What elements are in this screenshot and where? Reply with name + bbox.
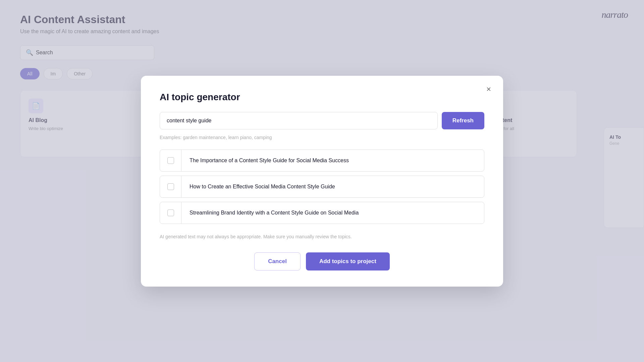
topic-checkbox-3[interactable] bbox=[167, 209, 174, 216]
topic-search-input[interactable] bbox=[160, 112, 438, 129]
topic-text-2: How to Create an Effective Social Media … bbox=[181, 177, 484, 196]
input-row: Refresh bbox=[160, 112, 484, 129]
disclaimer-text: AI generated text may not always be appr… bbox=[160, 233, 484, 240]
examples-text: Examples: garden maintenance, learn pian… bbox=[160, 135, 484, 140]
topic-list: The Importance of a Content Style Guide … bbox=[160, 149, 484, 224]
topic-item: The Importance of a Content Style Guide … bbox=[160, 149, 484, 172]
ai-topic-generator-modal: × AI topic generator Refresh Examples: g… bbox=[141, 76, 503, 287]
cancel-button[interactable]: Cancel bbox=[254, 252, 301, 270]
modal-actions: Cancel Add topics to project bbox=[160, 252, 484, 270]
topic-checkbox-area-2 bbox=[160, 176, 181, 197]
topic-checkbox-2[interactable] bbox=[167, 183, 174, 190]
topic-text-3: Streamlining Brand Identity with a Conte… bbox=[181, 203, 484, 223]
topic-checkbox-area-1 bbox=[160, 150, 181, 171]
topic-item: Streamlining Brand Identity with a Conte… bbox=[160, 202, 484, 224]
refresh-button[interactable]: Refresh bbox=[442, 112, 484, 129]
modal-title: AI topic generator bbox=[160, 92, 484, 103]
modal-overlay: × AI topic generator Refresh Examples: g… bbox=[0, 0, 644, 362]
topic-checkbox-1[interactable] bbox=[167, 157, 174, 164]
add-topics-button[interactable]: Add topics to project bbox=[306, 252, 390, 270]
close-button[interactable]: × bbox=[484, 84, 494, 95]
topic-item: How to Create an Effective Social Media … bbox=[160, 176, 484, 198]
topic-checkbox-area-3 bbox=[160, 202, 181, 224]
topic-text-1: The Importance of a Content Style Guide … bbox=[181, 151, 484, 170]
